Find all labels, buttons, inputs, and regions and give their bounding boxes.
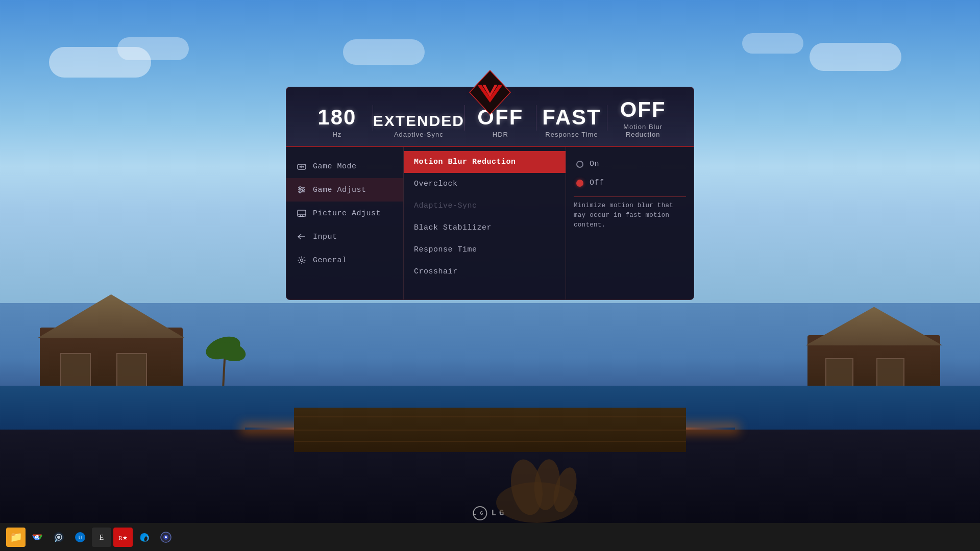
menu-item-game-adjust[interactable]: Game Adjust [286, 178, 403, 202]
svg-point-29 [57, 536, 60, 539]
status-hz: 180 Hz [302, 105, 373, 138]
motion-blur-label: Motion BlurReduction [607, 123, 678, 138]
menu-item-picture-adjust[interactable]: Picture Adjust [286, 202, 403, 225]
crosshair-label: Crosshair [414, 267, 458, 276]
general-label: General [313, 256, 347, 265]
taskbar-chrome[interactable] [28, 528, 47, 547]
svg-point-18 [301, 259, 303, 262]
response-time-label: Response Time [536, 131, 607, 138]
radio-on[interactable] [576, 161, 583, 168]
black-stabilizer-label: Black Stabilizer [414, 223, 492, 232]
motion-blur-reduction-label: Motion Blur Reduction [414, 158, 516, 166]
taskbar: 📁 U E [0, 523, 980, 551]
option-off-label: Off [590, 179, 604, 187]
submenu-overclock[interactable]: Overclock [404, 173, 566, 195]
svg-text:R★: R★ [118, 535, 127, 541]
svg-point-10 [302, 189, 304, 191]
lg-ultragear-logo [467, 69, 513, 115]
game-adjust-label: Game Adjust [313, 186, 366, 194]
picture-adjust-icon [297, 208, 307, 218]
game-adjust-icon [297, 185, 307, 195]
game-mode-label: Game Mode [313, 162, 357, 171]
lg-circle-logo: LG [473, 506, 487, 520]
file-explorer-icon: 📁 [10, 531, 22, 543]
hdr-label: HDR [465, 131, 536, 138]
response-time-value: FAST [536, 105, 607, 130]
option-description: Minimize motion blur that may occur in f… [574, 201, 686, 230]
taskbar-obs[interactable] [156, 528, 176, 547]
overclock-label: Overclock [414, 180, 458, 188]
svg-rect-12 [298, 210, 306, 216]
adaptive-sync-label: Adaptive-Sync [373, 131, 464, 138]
status-motion-blur: OFF Motion BlurReduction [607, 97, 678, 138]
taskbar-epic-games[interactable]: E [92, 528, 111, 547]
hand-silhouette [486, 431, 588, 523]
option-off[interactable]: Off [574, 173, 686, 192]
status-response-time: FAST Response Time [536, 105, 607, 138]
svg-marker-0 [470, 70, 510, 114]
svg-point-36 [165, 536, 167, 538]
svg-point-9 [299, 187, 301, 189]
menu-item-input[interactable]: Input [286, 225, 403, 248]
svg-point-26 [36, 536, 38, 538]
submenu-panel: Motion Blur Reduction Overclock Adaptive… [404, 147, 566, 299]
submenu-motion-blur-reduction[interactable]: Motion Blur Reduction [404, 151, 566, 173]
general-icon [297, 255, 307, 265]
adaptive-sync-value: EXTENDED [373, 112, 464, 130]
adaptive-sync-menu-label: Adaptive-Sync [414, 202, 477, 210]
menu-item-general[interactable]: General [286, 248, 403, 272]
game-mode-icon [297, 161, 307, 171]
hz-label: Hz [302, 131, 373, 138]
status-adaptive-sync: EXTENDED Adaptive-Sync [373, 112, 464, 138]
status-bar: 180 Hz EXTENDED Adaptive-Sync OFF HDR FA… [286, 87, 694, 147]
input-label: Input [313, 233, 337, 241]
svg-text:U: U [78, 535, 82, 540]
taskbar-rockstar[interactable]: R★ [113, 528, 133, 547]
submenu-adaptive-sync[interactable]: Adaptive-Sync [404, 195, 566, 217]
main-menu-panel: Game Mode Game Adjust [286, 147, 404, 299]
menu-item-game-mode[interactable]: Game Mode [286, 155, 403, 178]
taskbar-edge[interactable] [135, 528, 154, 547]
radio-off[interactable] [576, 180, 583, 187]
taskbar-steam[interactable] [49, 528, 68, 547]
menu-panels: Game Mode Game Adjust [286, 147, 694, 300]
submenu-crosshair[interactable]: Crosshair [404, 261, 566, 283]
motion-blur-value: OFF [607, 97, 678, 122]
options-panel: On Off Minimize motion blur that may occ… [566, 147, 694, 299]
response-time-menu-label: Response Time [414, 245, 477, 254]
svg-point-11 [299, 191, 301, 193]
osd-container: 180 Hz EXTENDED Adaptive-Sync OFF HDR FA… [286, 87, 694, 300]
input-icon [297, 232, 307, 242]
option-on[interactable]: On [574, 155, 686, 173]
picture-adjust-label: Picture Adjust [313, 209, 381, 218]
option-on-label: On [590, 160, 599, 168]
taskbar-ubisoft[interactable]: U [70, 528, 90, 547]
taskbar-file-explorer[interactable]: 📁 [6, 528, 26, 547]
svg-text:E: E [100, 534, 104, 541]
submenu-black-stabilizer[interactable]: Black Stabilizer [404, 217, 566, 239]
hz-value: 180 [302, 105, 373, 130]
option-divider [574, 196, 686, 197]
submenu-response-time[interactable]: Response Time [404, 239, 566, 261]
